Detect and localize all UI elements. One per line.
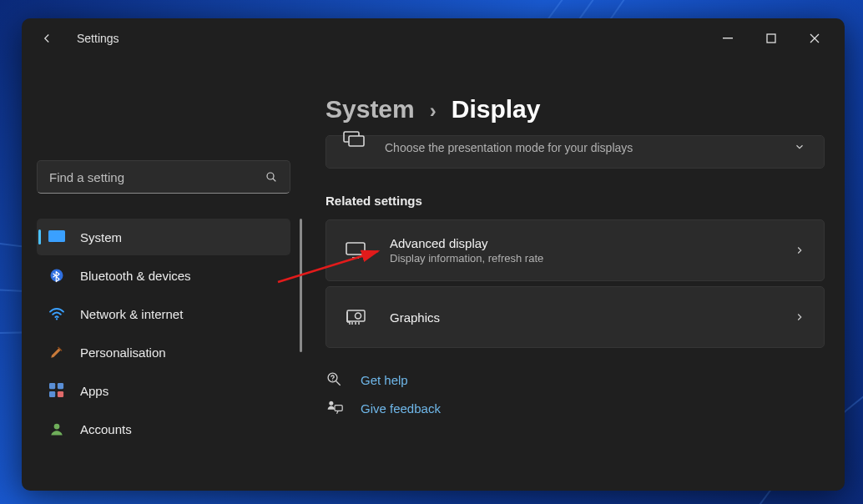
sidebar-item-label: Personalisation <box>80 345 166 360</box>
svg-rect-0 <box>723 38 733 38</box>
svg-rect-7 <box>49 383 55 389</box>
svg-point-16 <box>356 313 361 319</box>
close-button[interactable] <box>796 25 833 52</box>
paintbrush-icon <box>48 344 65 360</box>
advanced-display-card[interactable]: Advanced display Display information, re… <box>326 219 825 281</box>
sidebar-item-label: Network & internet <box>80 307 183 321</box>
chevron-right-icon: › <box>430 99 437 123</box>
card-subtitle: Display information, refresh rate <box>390 252 770 265</box>
svg-point-11 <box>54 424 60 430</box>
settings-window: Settings <box>22 18 845 491</box>
arrow-left-icon <box>39 31 54 46</box>
chevron-right-icon <box>794 244 805 256</box>
search-icon <box>265 170 278 184</box>
chevron-right-icon <box>794 311 805 323</box>
apps-icon <box>48 382 65 399</box>
svg-rect-10 <box>58 391 63 397</box>
feedback-icon <box>326 400 344 416</box>
content-area: System › Display Choose the presentation… <box>305 58 845 491</box>
search-box[interactable] <box>37 160 290 194</box>
bluetooth-icon <box>48 267 65 284</box>
svg-rect-9 <box>49 391 55 397</box>
sidebar-item-network[interactable]: Network & internet <box>37 295 290 332</box>
svg-point-6 <box>56 318 58 320</box>
sidebar: System Bluetooth & devices Network & int… <box>22 58 305 491</box>
sidebar-item-label: Apps <box>80 384 109 398</box>
graphics-card[interactable]: Graphics <box>326 286 825 348</box>
minimize-button[interactable] <box>709 25 746 52</box>
wifi-icon <box>48 305 65 322</box>
sidebar-item-accounts[interactable]: Accounts <box>37 411 290 447</box>
maximize-icon <box>766 33 776 43</box>
monitor-icon <box>345 242 366 259</box>
svg-rect-14 <box>346 243 365 255</box>
displays-icon <box>343 131 365 148</box>
svg-rect-8 <box>58 383 63 389</box>
close-icon <box>810 33 820 43</box>
sidebar-item-personalisation[interactable]: Personalisation <box>37 334 290 370</box>
breadcrumb: System › Display <box>326 58 825 130</box>
svg-point-2 <box>267 173 274 179</box>
svg-rect-4 <box>53 242 60 244</box>
svg-point-5 <box>51 270 63 282</box>
breadcrumb-parent[interactable]: System <box>326 95 415 123</box>
svg-rect-13 <box>349 136 364 146</box>
give-feedback-link[interactable]: Give feedback <box>361 401 441 416</box>
get-help-row: Get help <box>326 371 825 388</box>
app-title: Settings <box>77 32 119 45</box>
multiple-displays-card[interactable]: Choose the presentation mode for your di… <box>326 135 825 169</box>
section-title-related: Related settings <box>326 194 825 208</box>
card-title: Advanced display <box>390 236 770 250</box>
search-input[interactable] <box>49 170 253 184</box>
svg-rect-1 <box>767 34 775 43</box>
sidebar-item-label: Bluetooth & devices <box>80 269 191 283</box>
card-title: Graphics <box>390 310 770 325</box>
sidebar-item-label: System <box>80 230 122 244</box>
display-icon <box>48 229 65 245</box>
svg-rect-20 <box>335 406 342 411</box>
chevron-down-icon <box>794 141 805 153</box>
sidebar-item-apps[interactable]: Apps <box>37 372 290 409</box>
maximize-button[interactable] <box>753 25 790 52</box>
back-button[interactable] <box>32 23 62 53</box>
breadcrumb-current: Display <box>452 95 541 123</box>
svg-rect-3 <box>48 230 65 242</box>
svg-point-18 <box>332 380 333 381</box>
sidebar-item-bluetooth[interactable]: Bluetooth & devices <box>37 257 290 294</box>
get-help-link[interactable]: Get help <box>361 373 408 387</box>
give-feedback-row: Give feedback <box>326 400 825 416</box>
help-icon <box>326 371 344 388</box>
minimize-icon <box>723 33 733 43</box>
person-icon <box>48 421 65 437</box>
gpu-icon <box>345 309 366 325</box>
sidebar-nav: System Bluetooth & devices Network & int… <box>37 219 290 447</box>
svg-rect-15 <box>347 310 365 321</box>
svg-point-19 <box>329 401 333 406</box>
sidebar-item-label: Accounts <box>80 422 132 436</box>
card-subtitle: Choose the presentation mode for your di… <box>385 141 633 154</box>
title-bar: Settings <box>22 18 845 58</box>
sidebar-scrollbar[interactable] <box>300 219 302 352</box>
sidebar-item-system[interactable]: System <box>37 219 290 255</box>
